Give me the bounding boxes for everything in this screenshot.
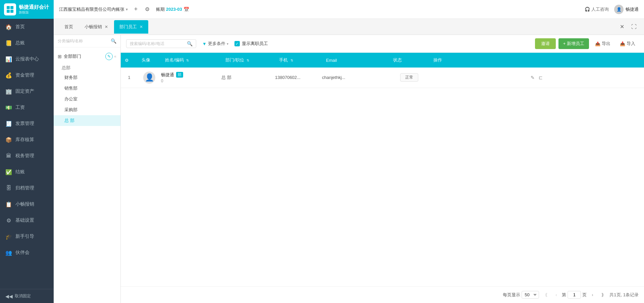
employee-table: ⚙ 头像 姓名/编码 ⇅ 部门/职位 ⇅ xyxy=(121,53,644,88)
help-button[interactable]: 🎧 人工咨询 xyxy=(585,6,609,12)
cancel-pin-button[interactable]: ◀◀ 取消固定 xyxy=(5,293,48,299)
col-dept[interactable]: 部门/职位 ⇅ xyxy=(221,53,275,68)
avatar-person-icon: 👤 xyxy=(145,73,154,82)
tab-dept-close[interactable]: ✕ xyxy=(140,25,143,29)
calendar-icon[interactable]: 📅 xyxy=(183,7,189,12)
sidebar-item-new-guide[interactable]: 🎓 新手引导 xyxy=(0,228,54,245)
all-dept-item[interactable]: ⊞ 全部部门 ✎ « xyxy=(54,50,120,63)
last-page-button[interactable]: ⟫ xyxy=(598,291,607,299)
tab-expense-close[interactable]: ✕ xyxy=(105,25,108,29)
sidebar-item-tax[interactable]: 🏛 税务管理 xyxy=(0,148,54,164)
xiaochangbao-icon: 📋 xyxy=(5,201,12,208)
svg-rect-1 xyxy=(10,6,13,9)
sidebar-item-home[interactable]: 🏠 首页 xyxy=(0,19,54,35)
import-button[interactable]: 📥 导入 xyxy=(616,39,639,49)
col-name[interactable]: 姓名/编码 ⇅ xyxy=(161,53,221,68)
tab-dept-employee[interactable]: 部门员工 ✕ xyxy=(114,20,148,34)
invite-button[interactable]: 邀请 xyxy=(535,38,556,49)
sidebar-label-archive: 归档管理 xyxy=(15,185,34,191)
col-phone[interactable]: 手机 ⇅ xyxy=(275,53,322,68)
sidebar-item-capital[interactable]: 💰 资金管理 xyxy=(0,67,54,83)
sidebar-item-partners[interactable]: 👥 伙伴会 xyxy=(0,245,54,261)
dept-sort-icon: ⇅ xyxy=(247,58,249,62)
sidebar-item-reports[interactable]: 📊 云报表中心 xyxy=(0,51,54,67)
sidebar-item-fixed-assets[interactable]: 🏢 固定资产 xyxy=(0,83,54,99)
prev-page-button[interactable]: ‹ xyxy=(552,291,560,299)
dept-finance-label: 财务部 xyxy=(64,75,77,80)
sidebar-item-checkout[interactable]: ✅ 结账 xyxy=(0,164,54,180)
user-name: 畅捷通 xyxy=(626,6,639,12)
sidebar-label-reports: 云报表中心 xyxy=(15,56,39,62)
add-employee-button[interactable]: + 新增员工 xyxy=(558,38,589,49)
export-button[interactable]: 📤 导出 xyxy=(592,39,614,49)
sidebar-item-basic-settings[interactable]: ⚙ 基础设置 xyxy=(0,212,54,228)
sidebar-footer: ◀◀ 取消固定 xyxy=(0,289,54,303)
resigned-label: 显示离职员工 xyxy=(242,41,268,47)
grid-icon: ⊞ xyxy=(58,54,62,59)
col-email: Email xyxy=(322,53,389,68)
employee-search-icon[interactable]: 🔍 xyxy=(187,41,193,46)
page-size-area: 每页显示 50 100 200 xyxy=(503,291,539,299)
more-filter-button[interactable]: ▼ 更多条件 ▾ xyxy=(199,39,232,48)
row-name-cell: 畅捷通 部 0 xyxy=(161,68,221,88)
tab-bar: 首页 小畅报销 ✕ 部门员工 ✕ ✕ ⛶ xyxy=(54,19,644,35)
logo-icon xyxy=(4,3,16,15)
first-page-button[interactable]: ⟪ xyxy=(542,291,550,299)
page-size-select[interactable]: 50 100 200 xyxy=(522,291,539,299)
dept-search-input[interactable] xyxy=(58,39,111,43)
dept-search-area: 🔍 xyxy=(54,35,120,47)
tab-expense[interactable]: 小畅报销 ✕ xyxy=(79,20,113,34)
tax-icon: 🏛 xyxy=(5,153,12,159)
company-name: 江西服宝精品有限责任公司内账张 xyxy=(59,6,124,12)
resigned-checkbox[interactable] xyxy=(234,41,240,46)
tab-close-button[interactable]: ✕ xyxy=(617,22,627,32)
user-area[interactable]: 👤 畅捷通 xyxy=(614,5,639,14)
table-container: ⚙ 头像 姓名/编码 ⇅ 部门/职位 ⇅ xyxy=(121,53,644,286)
col-avatar: 头像 xyxy=(138,53,161,68)
help-label: 人工咨询 xyxy=(591,6,609,12)
tab-expand-button[interactable]: ⛶ xyxy=(629,22,639,32)
next-page-button[interactable]: › xyxy=(588,291,597,299)
avatar-icon: 👤 xyxy=(616,7,622,12)
edit-employee-button[interactable]: ✎ xyxy=(531,75,535,80)
tab-actions: ✕ ⛶ xyxy=(617,22,639,32)
dept-item-sales[interactable]: 销售部 xyxy=(54,83,120,94)
show-resigned-toggle[interactable]: 显示离职员工 xyxy=(234,41,268,47)
sidebar-item-archive[interactable]: 🗄 归档管理 xyxy=(0,180,54,196)
sidebar-item-invoices[interactable]: 🧾 发票管理 xyxy=(0,116,54,132)
company-select[interactable]: 江西服宝精品有限责任公司内账张 ▾ xyxy=(59,6,128,12)
home-icon: 🏠 xyxy=(5,24,12,30)
dept-item-general[interactable]: 总 部 xyxy=(54,115,120,126)
employee-search-box: 🔍 xyxy=(126,39,196,48)
page-input[interactable] xyxy=(568,291,581,299)
row-dept: 总 部 xyxy=(221,68,275,88)
collapse-tree-icon[interactable]: « xyxy=(114,54,116,59)
dept-office-label: 办公室 xyxy=(64,96,77,101)
sidebar-item-inventory[interactable]: 📦 库存核算 xyxy=(0,132,54,148)
sidebar-item-salary[interactable]: 💵 工资 xyxy=(0,99,54,116)
per-page-label: 每页显示 xyxy=(503,292,520,298)
tab-home[interactable]: 首页 xyxy=(59,20,78,34)
dept-item-finance[interactable]: 财务部 xyxy=(54,72,120,83)
sidebar-item-ledger[interactable]: 📒 总账 xyxy=(0,35,54,51)
all-dept-label: 全部部门 xyxy=(64,53,81,59)
edit-dept-icon[interactable]: ✎ xyxy=(105,53,113,60)
checkout-icon: ✅ xyxy=(5,169,12,175)
sidebar: 畅捷通好会计 旗舰版 🏠 首页 📒 总账 📊 云报表中心 💰 资金管理 🏢 固定… xyxy=(0,0,54,303)
exit-employee-button[interactable]: ⊏ xyxy=(539,75,543,80)
dept-item-purchase[interactable]: 采购部 xyxy=(54,104,120,115)
name-row: 畅捷通 部 xyxy=(161,72,221,78)
dept-item-office[interactable]: 办公室 xyxy=(54,94,120,104)
col-settings[interactable]: ⚙ xyxy=(121,53,138,68)
dept-search-icon[interactable]: 🔍 xyxy=(111,38,116,44)
settings-button[interactable]: ⚙ xyxy=(143,5,152,14)
employee-name: 畅捷通 xyxy=(161,72,174,78)
sidebar-label-invoices: 发票管理 xyxy=(15,121,34,127)
avatar-circle: 👤 xyxy=(143,72,155,84)
row-actions: ✎ ⊏ xyxy=(429,68,644,88)
employee-search-input[interactable] xyxy=(130,41,187,46)
export-icon: 📤 xyxy=(595,41,600,46)
add-tab-button[interactable]: + xyxy=(132,5,140,13)
sidebar-item-xiaochangbao[interactable]: 📋 小畅报销 xyxy=(0,196,54,212)
dept-sales-label: 销售部 xyxy=(64,86,77,91)
